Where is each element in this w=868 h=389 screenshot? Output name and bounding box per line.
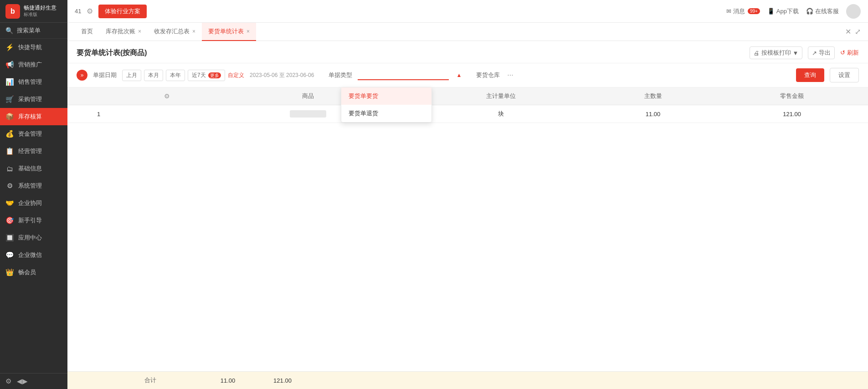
filter-recent-btn[interactable]: 近7天 更多 [188, 70, 225, 81]
tab-batch-ledger-label: 库存批次账 [106, 27, 135, 36]
sidebar-bottom: ⚙ ◀▶ [0, 373, 67, 389]
sidebar-item-wechat[interactable]: 💬 企业微信 [0, 246, 67, 264]
sidebar-item-inventory[interactable]: 📦 库存核算 [0, 108, 67, 125]
online-service-button[interactable]: 🎧 在线客服 [806, 7, 839, 15]
filter-type-chevron-up-icon[interactable]: ▲ [456, 72, 462, 78]
print-button[interactable]: 🖨 按模板打印 ▼ [750, 46, 803, 59]
refresh-button[interactable]: ↺ 刷新 [840, 49, 859, 57]
tab-batch-ledger-close[interactable]: × [138, 28, 141, 35]
cell-seq: 1 [67, 105, 130, 123]
search-icon: 🔍 [5, 27, 13, 34]
sidebar-item-base-info[interactable]: 🗂 基础信息 [0, 160, 67, 177]
print-label: 按模板打印 [761, 49, 791, 57]
export-button[interactable]: ↗ 导出 [808, 46, 835, 59]
messages-label: 消息 [733, 7, 745, 15]
cell-settings [130, 105, 204, 123]
print-chevron-icon: ▼ [793, 50, 799, 56]
settings-bottom-icon[interactable]: ⚙ [5, 377, 11, 385]
sidebar-item-label: 基础信息 [18, 164, 42, 173]
trial-button[interactable]: 体验行业方案 [98, 5, 147, 18]
messages-button[interactable]: ✉ 消息 99+ [726, 7, 760, 15]
tab-maximize-icon[interactable]: ⤢ [855, 27, 861, 36]
dropdown-item-order-return[interactable]: 要货单退货 [341, 105, 431, 122]
sidebar-item-sales[interactable]: 📊 销售管理 [0, 73, 67, 91]
sidebar-item-finance[interactable]: 💰 资金管理 [0, 125, 67, 143]
finance-icon: 💰 [5, 130, 14, 138]
page-content: 要货单统计表(按商品) 🖨 按模板打印 ▼ ↗ 导出 ↺ 刷新 [67, 41, 868, 389]
dropdown-item-label: 要货单要货 [349, 92, 378, 99]
table-footer: 合计 11.00 121.00 [67, 371, 868, 389]
tab-batch-ledger[interactable]: 库存批次账 × [99, 23, 148, 41]
page-header: 要货单统计表(按商品) 🖨 按模板打印 ▼ ↗ 导出 ↺ 刷新 [67, 41, 868, 63]
operations-icon: 📋 [5, 147, 14, 155]
sidebar-item-label: 企业协同 [18, 199, 42, 207]
print-icon: 🖨 [754, 50, 760, 56]
tab-home[interactable]: 首页 [75, 23, 99, 41]
cell-quantity: 11.00 [590, 105, 716, 123]
avatar[interactable] [846, 4, 861, 19]
search-menu[interactable]: 🔍 搜索菜单 [0, 23, 67, 39]
sidebar-item-member[interactable]: 👑 畅会员 [0, 264, 67, 281]
tab-collection-label: 收发存汇总表 [154, 27, 190, 36]
filter-date-label: 单据日期 [93, 71, 117, 79]
table-settings-icon[interactable]: ⚙ [164, 92, 170, 100]
tab-order-stats-label: 要货单统计表 [208, 27, 244, 36]
topbar: 41 ⚙ 体验行业方案 ✉ 消息 99+ 📱 App下载 🎧 在线客服 [67, 0, 868, 23]
col-settings[interactable]: ⚙ [130, 87, 204, 105]
table-container: ⚙ 商品 主计量单位 主数量 零售金额 1 [67, 87, 868, 371]
sidebar-item-app-center[interactable]: 🔲 应用中心 [0, 229, 67, 246]
sidebar-item-label: 采购管理 [18, 95, 42, 103]
dropdown-item-order-goods[interactable]: 要货单要货 [341, 87, 431, 105]
table-header: ⚙ 商品 主计量单位 主数量 零售金额 [67, 87, 868, 105]
filter-year-btn[interactable]: 本年 [166, 70, 185, 81]
tab-order-stats-close[interactable]: × [247, 28, 250, 35]
cell-amount: 121.00 [716, 105, 868, 123]
sidebar-item-system[interactable]: ⚙ 系统管理 [0, 177, 67, 194]
topbar-settings-icon[interactable]: ⚙ [87, 7, 93, 15]
filter-toggle-icon: » [81, 72, 84, 78]
collapse-icon[interactable]: ◀▶ [17, 377, 28, 385]
purchase-icon: 🛒 [5, 95, 14, 103]
sidebar-item-label: 资金管理 [18, 130, 42, 138]
footer-total-label: 合计 [117, 377, 156, 384]
filter-custom-btn[interactable]: 自定义 [228, 72, 244, 79]
filter-type-input[interactable] [358, 71, 449, 80]
filter-prev-month-btn[interactable]: 上月 [122, 70, 141, 81]
download-icon: 📱 [767, 8, 775, 15]
recent-badge: 更多 [208, 72, 221, 78]
col-amount: 零售金额 [716, 87, 868, 105]
search-label: 搜索菜单 [17, 26, 41, 35]
product-name-placeholder [290, 110, 326, 118]
filter-current-month-btn[interactable]: 本月 [144, 70, 163, 81]
main-content: 41 ⚙ 体验行业方案 ✉ 消息 99+ 📱 App下载 🎧 在线客服 首页 [67, 0, 868, 389]
tab-order-stats[interactable]: 要货单统计表 × [202, 23, 256, 41]
sidebar-item-purchase[interactable]: 🛒 采购管理 [0, 91, 67, 108]
sidebar-nav: ⚡ 快捷导航 📢 营销推广 📊 销售管理 🛒 采购管理 📦 库存核算 💰 资金管… [0, 39, 67, 373]
tab-home-label: 首页 [81, 27, 93, 36]
query-button[interactable]: 查询 [796, 68, 824, 82]
settings-button[interactable]: 设置 [830, 68, 859, 82]
sidebar-item-label: 销售管理 [18, 78, 42, 86]
app-logo: b 畅捷通好生意 标准版 [0, 0, 67, 23]
export-label: 导出 [819, 49, 831, 57]
export-icon: ↗ [812, 50, 817, 56]
filter-warehouse-dots[interactable]: ··· [507, 71, 513, 79]
headset-icon: 🎧 [806, 8, 813, 15]
tab-collection-close[interactable]: × [192, 28, 195, 35]
sidebar-item-quick-nav[interactable]: ⚡ 快捷导航 [0, 39, 67, 56]
logo-sub: 标准版 [24, 11, 56, 18]
data-table: ⚙ 商品 主计量单位 主数量 零售金额 1 [67, 87, 868, 123]
sidebar-item-onboarding[interactable]: 🎯 新手引导 [0, 212, 67, 229]
logo-icon: b [5, 4, 20, 19]
sidebar-item-marketing[interactable]: 📢 营销推广 [0, 56, 67, 73]
filter-toggle-button[interactable]: » [77, 70, 87, 81]
filter-date-range: 2023-05-06 至 2023-06-06 [250, 72, 314, 79]
sidebar-item-label: 畅会员 [18, 268, 36, 276]
dropdown-item-label: 要货单退货 [349, 110, 378, 117]
sidebar-item-enterprise[interactable]: 🤝 企业协同 [0, 194, 67, 212]
tab-close-all-icon[interactable]: ✕ [845, 27, 851, 36]
app-download-button[interactable]: 📱 App下载 [767, 7, 799, 15]
topbar-breadcrumb: 41 [75, 8, 81, 15]
sidebar-item-operations[interactable]: 📋 经营管理 [0, 143, 67, 160]
tab-collection-summary[interactable]: 收发存汇总表 × [148, 23, 202, 41]
